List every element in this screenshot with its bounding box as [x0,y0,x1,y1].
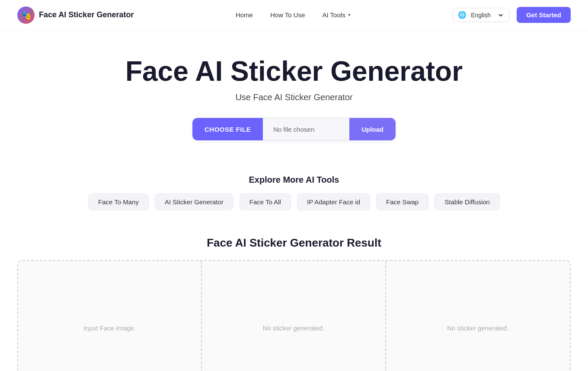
brand-name: Face AI Sticker Generator [39,10,134,19]
hero-subtitle: Use Face AI Sticker Generator [9,92,579,102]
tools-list: Face To Many AI Sticker Generator Face T… [9,193,579,210]
tool-stable-diffusion[interactable]: Stable Diffusion [435,193,500,210]
brand-section: 🎭 Face AI Sticker Generator [17,6,134,24]
get-started-button[interactable]: Get Started [517,7,571,23]
home-link[interactable]: Home [236,11,253,19]
ai-tools-dropdown[interactable]: AI Tools ▾ [323,11,351,19]
file-name-display: No file chosen [263,118,349,140]
hero-section: Face AI Sticker Generator Use Face AI St… [0,30,588,175]
chevron-down-icon: ▾ [348,12,351,18]
result-output-cell-2: No sticker generated. [386,261,570,371]
logo-icon: 🎭 [17,6,35,24]
result-output-label-2: No sticker generated. [447,324,509,332]
result-grid: Input Face Image. No sticker generated. … [17,260,571,371]
upload-section: CHOOSE FILE No file chosen Upload [9,118,579,140]
upload-container: CHOOSE FILE No file chosen Upload [192,118,396,140]
result-title: Face AI Sticker Generator Result [17,236,571,250]
navbar: 🎭 Face AI Sticker Generator Home How To … [0,0,588,30]
result-input-cell: Input Face Image. [18,261,202,371]
result-input-label: Input Face Image. [83,324,136,332]
result-section: Face AI Sticker Generator Result Input F… [0,228,588,371]
tool-face-to-many[interactable]: Face To Many [88,193,149,210]
result-output-cell-1: No sticker generated. [202,261,386,371]
tool-ip-adapter[interactable]: IP Adapter Face id [297,193,370,210]
choose-file-button[interactable]: CHOOSE FILE [192,118,263,140]
language-select[interactable]: English Spanish French German Chinese Ja… [469,11,504,19]
ai-tools-label: AI Tools [323,11,345,19]
hero-title: Face AI Sticker Generator [9,56,579,86]
tool-face-to-all[interactable]: Face To All [240,193,291,210]
result-output-label-1: No sticker generated. [263,324,325,332]
explore-section: Explore More AI Tools Face To Many AI St… [0,175,588,228]
language-selector[interactable]: 🌐 English Spanish French German Chinese … [452,8,510,22]
tool-ai-sticker[interactable]: AI Sticker Generator [155,193,233,210]
tool-face-swap[interactable]: Face Swap [376,193,428,210]
upload-button[interactable]: Upload [349,118,396,140]
explore-title: Explore More AI Tools [9,175,579,185]
nav-links: Home How To Use AI Tools ▾ [236,11,351,19]
globe-icon: 🌐 [458,11,467,19]
navbar-right: 🌐 English Spanish French German Chinese … [452,7,571,23]
how-to-use-link[interactable]: How To Use [270,11,305,19]
